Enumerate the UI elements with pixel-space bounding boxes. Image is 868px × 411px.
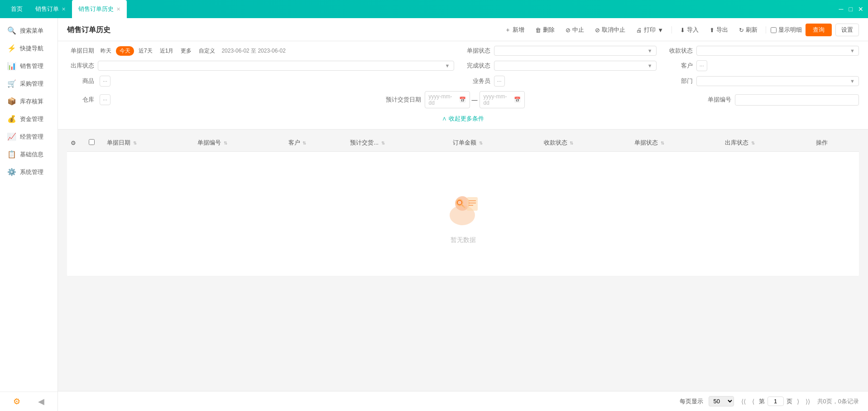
print-label: 打印 <box>644 26 656 34</box>
delete-button[interactable]: 🗑 删除 <box>532 24 558 36</box>
customer-picker-btn[interactable]: ··· <box>696 60 707 71</box>
date-btn-today[interactable]: 今天 <box>116 46 134 56</box>
delivery-date-start-input[interactable]: yyyy-mm-dd 📅 <box>425 91 470 108</box>
completion-status-select[interactable]: ▼ <box>494 61 657 71</box>
query-button[interactable]: 查询 <box>806 24 832 36</box>
minimize-icon[interactable]: ─ <box>839 5 844 13</box>
tab-sales-history-close[interactable]: ✕ <box>116 6 120 12</box>
collapse-row[interactable]: ∧ 收起更多条件 <box>67 113 859 125</box>
show-detail-input[interactable] <box>771 27 777 33</box>
col-number[interactable]: 单据编号 ⇅ <box>194 134 284 152</box>
select-all-checkbox[interactable] <box>89 139 95 145</box>
sidebar-item-basic-info[interactable]: 📋 基础信息 <box>0 145 58 163</box>
col-actions-label: 操作 <box>816 139 828 146</box>
col-delivery-status-sort: ⇅ <box>751 140 755 145</box>
salesperson-picker-btn[interactable]: ··· <box>494 76 505 87</box>
empty-text: 暂无数据 <box>451 236 476 244</box>
order-status-select[interactable]: ▼ <box>494 46 657 56</box>
stop-button[interactable]: ⊘ 中止 <box>562 24 588 36</box>
cancel-stop-button[interactable]: ⊘ 取消中止 <box>591 24 629 36</box>
sidebar-item-search-menu[interactable]: 🔍 搜索菜单 <box>0 22 58 39</box>
sidebar-item-inventory-label: 库存核算 <box>20 97 43 106</box>
import-button[interactable]: ⬇ 导入 <box>676 24 702 36</box>
sidebar-item-sales[interactable]: 📊 销售管理 <box>0 57 58 75</box>
date-btn-yesterday[interactable]: 昨天 <box>98 46 114 56</box>
tab-sales-history[interactable]: 销售订单历史 ✕ <box>72 0 127 18</box>
settings-button[interactable]: 设置 <box>835 24 859 36</box>
col-actions: 操作 <box>812 134 859 152</box>
col-payment-status[interactable]: 收款状态 ⇅ <box>540 134 631 152</box>
next-page-btn[interactable]: ⟩ <box>795 397 801 406</box>
sidebar-item-quick-nav[interactable]: ⚡ 快捷导航 <box>0 39 58 57</box>
delivery-date-end-value: yyyy-mm-dd <box>484 93 512 106</box>
print-button[interactable]: 🖨 打印 ▼ <box>633 24 667 36</box>
goods-picker-btn[interactable]: ··· <box>100 76 110 87</box>
order-status-filter-item: 单据状态 ▼ <box>463 46 657 56</box>
delivery-date-group: yyyy-mm-dd 📅 — yyyy-mm-dd 📅 <box>425 91 695 108</box>
delete-icon: 🗑 <box>535 27 541 34</box>
filter-row-4: 仓库 ··· 预计交货日期 yyyy-mm-dd 📅 — yyyy-mm-dd <box>67 91 859 108</box>
sidebar-settings-icon[interactable]: ⚙ <box>13 396 20 406</box>
sidebar-item-inventory[interactable]: 📦 库存核算 <box>0 92 58 110</box>
warehouse-filter-item: 仓库 ··· <box>67 94 377 105</box>
empty-state-icon <box>441 184 486 229</box>
empty-state: 暂无数据 <box>71 156 855 271</box>
col-order-status[interactable]: 单据状态 ⇅ <box>631 134 721 152</box>
total-info: 共0页，0条记录 <box>817 397 859 406</box>
delivery-date-start-value: yyyy-mm-dd <box>429 93 457 106</box>
sidebar-item-system[interactable]: ⚙️ 系统管理 <box>0 163 58 181</box>
new-button[interactable]: ＋ 新增 <box>501 24 528 36</box>
order-status-arrow: ▼ <box>647 48 652 53</box>
table-body: 暂无数据 <box>67 152 859 276</box>
close-icon[interactable]: ✕ <box>858 5 863 13</box>
date-btn-1month[interactable]: 近1月 <box>157 46 177 56</box>
divider1 <box>671 26 672 34</box>
date-btn-7days[interactable]: 近7天 <box>136 46 155 56</box>
tab-sales-order[interactable]: 销售订单 ✕ <box>29 0 72 18</box>
department-select[interactable]: ▼ <box>696 76 859 86</box>
col-delivery-status[interactable]: 出库状态 ⇅ <box>721 134 812 152</box>
date-btn-custom[interactable]: 自定义 <box>196 46 218 56</box>
col-settings[interactable]: ⚙ <box>67 134 85 152</box>
current-page-input[interactable] <box>767 396 784 406</box>
cancel-stop-label: 取消中止 <box>602 26 625 34</box>
calendar-start-icon: 📅 <box>459 97 466 103</box>
sidebar-item-finance[interactable]: 💰 资金管理 <box>0 110 58 128</box>
order-number-input[interactable] <box>735 94 859 106</box>
col-customer[interactable]: 客户 ⇅ <box>285 134 347 152</box>
show-detail-checkbox[interactable]: 显示明细 <box>771 26 802 34</box>
sidebar-collapse-icon[interactable]: ◀ <box>38 396 44 406</box>
sidebar-item-operations[interactable]: 📈 经营管理 <box>0 128 58 145</box>
per-page-select[interactable]: 50 10 20 100 <box>709 396 734 406</box>
warehouse-picker-btn[interactable]: ··· <box>100 94 110 105</box>
delivery-date-label: 预计交货日期 <box>386 96 421 104</box>
filter-row-1: 单据日期 昨天 今天 近7天 近1月 更多 自定义 2023-06-02 至 2… <box>67 46 859 56</box>
last-page-btn[interactable]: ⟩⟩ <box>804 397 812 406</box>
tab-home[interactable]: 首页 <box>5 0 29 18</box>
prev-page-btn[interactable]: ⟨ <box>750 397 756 406</box>
date-btn-more[interactable]: 更多 <box>178 46 194 56</box>
basic-info-icon: 📋 <box>7 150 16 159</box>
delivery-status-select[interactable]: ▼ <box>98 61 454 71</box>
sidebar-item-purchase[interactable]: 🛒 采购管理 <box>0 75 58 92</box>
page-header: 销售订单历史 ＋ 新增 🗑 删除 ⊘ 中止 ⊘ <box>58 18 868 41</box>
refresh-icon: ↻ <box>739 27 744 34</box>
print-icon: 🖨 <box>636 27 642 34</box>
payment-status-select[interactable]: ▼ <box>696 46 859 56</box>
department-arrow: ▼ <box>850 78 855 84</box>
completion-status-filter-item: 完成状态 ▼ <box>463 61 657 71</box>
col-delivery-label: 预计交货... <box>350 139 379 146</box>
delivery-date-end-input[interactable]: yyyy-mm-dd 📅 <box>480 91 525 108</box>
maximize-icon[interactable]: □ <box>849 5 853 13</box>
refresh-button[interactable]: ↻ 刷新 <box>735 24 761 36</box>
date-range-display: 2023-06-02 至 2023-06-02 <box>221 47 285 55</box>
stop-label: 中止 <box>572 26 584 34</box>
col-date[interactable]: 单据日期 ⇅ <box>103 134 194 152</box>
first-page-btn[interactable]: ⟨⟨ <box>739 397 748 406</box>
export-button[interactable]: ⬆ 导出 <box>706 24 732 36</box>
pagination: ⟨⟨ ⟨ 第 页 ⟩ ⟩⟩ <box>739 396 812 406</box>
col-delivery[interactable]: 预计交货... ⇅ <box>346 134 449 152</box>
tab-sales-order-close[interactable]: ✕ <box>62 6 66 12</box>
salesperson-label: 业务员 <box>463 77 490 85</box>
col-amount[interactable]: 订单金额 ⇅ <box>449 134 540 152</box>
